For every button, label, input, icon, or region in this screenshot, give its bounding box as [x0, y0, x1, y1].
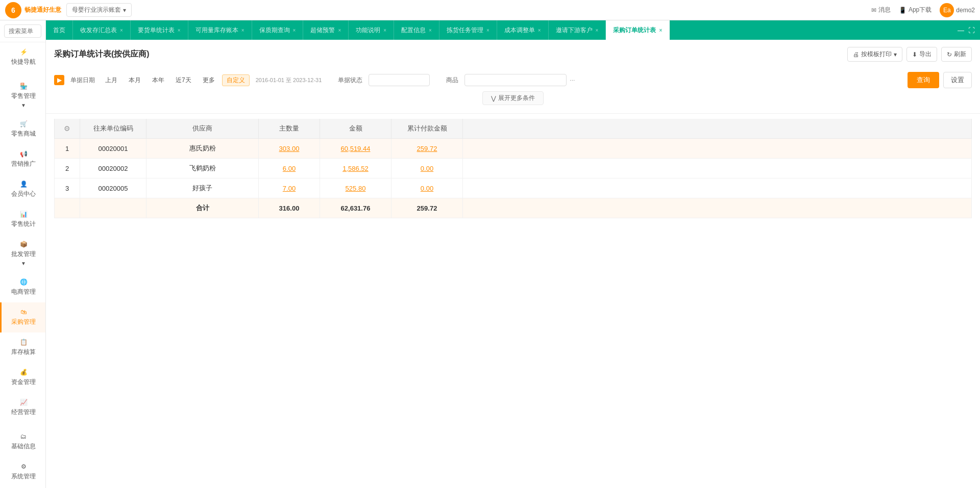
- status-select[interactable]: [369, 74, 430, 86]
- row-amount: 1,586.52: [320, 159, 391, 178]
- query-button[interactable]: 查询: [908, 72, 939, 88]
- download-icon: 📱: [899, 7, 906, 14]
- wholesale-icon: 📦: [20, 241, 28, 248]
- close-icon[interactable]: ×: [486, 28, 489, 33]
- table-container: ⚙ 往来单位编码 供应商 主数量 金额 累计付款金额: [46, 119, 980, 226]
- footer-empty-2: [80, 198, 146, 218]
- row-qty: 303.00: [259, 139, 320, 159]
- tab-home[interactable]: 首页: [46, 20, 73, 40]
- footer-paid: 259.72: [391, 198, 463, 218]
- minimize-icon[interactable]: —: [958, 27, 964, 34]
- paid-link[interactable]: 259.72: [417, 145, 437, 152]
- sidebar-item-retail-mall[interactable]: 🛒 零售商城: [0, 114, 45, 144]
- amount-link[interactable]: 60,519.44: [341, 145, 371, 152]
- footer-row: 合计 316.00 62,631.76 259.72: [55, 198, 972, 218]
- tab-shelf-life[interactable]: 保质期查询 ×: [252, 20, 304, 40]
- sidebar-item-retail-stats[interactable]: 📊 零售统计: [0, 204, 45, 235]
- filter-expand-icon[interactable]: ▶: [54, 75, 64, 85]
- close-icon[interactable]: ×: [383, 28, 386, 33]
- page-actions: 🖨 按模板打印 ▾ ⬇ 导出 ↻ 刷新: [847, 47, 972, 62]
- paid-link[interactable]: 0.00: [421, 165, 433, 172]
- goods-more-icon[interactable]: ···: [570, 76, 575, 84]
- table-settings-icon[interactable]: ⚙: [64, 124, 70, 133]
- row-code: 00020002: [80, 159, 146, 178]
- close-icon[interactable]: ×: [538, 28, 541, 33]
- close-icon[interactable]: ×: [596, 28, 599, 33]
- app-download-button[interactable]: 📱 App下载: [899, 6, 932, 14]
- expand-row: ⋁ 展开更多条件: [54, 88, 972, 108]
- message-button[interactable]: ✉ 消息: [871, 6, 891, 14]
- filter-status: [369, 74, 430, 86]
- ecommerce-icon: 🌐: [20, 278, 28, 286]
- shortcut-last-month[interactable]: 上月: [101, 75, 121, 86]
- refresh-button[interactable]: ↻ 刷新: [941, 47, 972, 62]
- qty-link[interactable]: 6.00: [283, 165, 296, 172]
- col-qty-header: 主数量: [259, 119, 320, 139]
- tab-cost-adjust[interactable]: 成本调整单 ×: [497, 20, 549, 40]
- close-icon[interactable]: ×: [338, 28, 341, 33]
- row-paid: 0.00: [391, 178, 463, 198]
- sidebar-item-operation[interactable]: 📈 经营管理: [0, 393, 45, 423]
- marketing-icon: 📢: [20, 150, 28, 158]
- operation-icon: 📈: [20, 399, 28, 406]
- table-head: ⚙ 往来单位编码 供应商 主数量 金额 累计付款金额: [55, 119, 972, 139]
- shortcut-more[interactable]: 更多: [199, 75, 219, 86]
- goods-input[interactable]: [464, 74, 567, 86]
- tab-purchase-order-stats[interactable]: 采购订单统计表 ×: [606, 20, 670, 40]
- logo-icon: 6: [5, 2, 21, 18]
- maximize-icon[interactable]: ⛶: [968, 27, 975, 34]
- table-row: 3 00020005 好孩子 7.00 525.80 0.00: [55, 178, 972, 198]
- row-amount: 60,519.44: [320, 139, 391, 159]
- expand-more-button[interactable]: ⋁ 展开更多条件: [482, 91, 544, 105]
- close-icon[interactable]: ×: [178, 28, 181, 33]
- qty-link[interactable]: 303.00: [279, 145, 300, 152]
- close-icon[interactable]: ×: [120, 28, 123, 33]
- shortcut-this-year[interactable]: 本年: [148, 75, 168, 86]
- purchase-icon: 🛍: [20, 309, 27, 316]
- sidebar-item-quick-nav[interactable]: ⚡ 快捷导航: [0, 42, 45, 72]
- print-button[interactable]: 🖨 按模板打印 ▾: [847, 47, 902, 62]
- tab-order-stats[interactable]: 要货单统计表 ×: [131, 20, 188, 40]
- paid-link[interactable]: 0.00: [421, 185, 433, 192]
- sidebar-item-ecommerce[interactable]: 🌐 电商管理: [0, 272, 45, 302]
- mall-icon: 🛒: [20, 120, 28, 127]
- amount-link[interactable]: 1,586.52: [342, 165, 369, 172]
- qty-link[interactable]: 7.00: [283, 185, 296, 192]
- export-button[interactable]: ⬇ 导出: [906, 47, 937, 62]
- sidebar-item-retail-mgmt[interactable]: 🏪 零售管理 ▼: [0, 76, 45, 114]
- close-icon[interactable]: ×: [293, 28, 296, 33]
- sidebar-item-marketing[interactable]: 📢 营销推广: [0, 144, 45, 174]
- search-input[interactable]: [4, 24, 41, 38]
- shortcut-custom[interactable]: 自定义: [222, 74, 250, 86]
- tab-config[interactable]: 配置信息 ×: [394, 20, 439, 40]
- close-icon[interactable]: ×: [659, 28, 662, 33]
- sidebar-item-basic-info[interactable]: 🗂 基础信息: [0, 427, 45, 457]
- sidebar-item-system[interactable]: ⚙ 系统管理: [0, 457, 45, 487]
- sidebar-item-inventory[interactable]: 📋 库存核算: [0, 332, 45, 363]
- store-selector[interactable]: 母婴行业演示账套 ▾: [66, 3, 132, 17]
- data-table: ⚙ 往来单位编码 供应商 主数量 金额 累计付款金额: [54, 119, 972, 218]
- sidebar-item-wholesale[interactable]: 📦 批发管理 ▼: [0, 235, 45, 272]
- row-code: 00020001: [80, 139, 146, 159]
- footer-empty-1: [55, 198, 80, 218]
- page-title: 采购订单统计表(按供应商): [54, 49, 150, 60]
- tab-overstock[interactable]: 超储预警 ×: [303, 20, 349, 40]
- tab-receipt-summary[interactable]: 收发存汇总表 ×: [73, 20, 131, 40]
- user-area[interactable]: Ea demo2: [940, 3, 975, 17]
- sidebar-item-purchase[interactable]: 🛍 采购管理: [0, 302, 45, 332]
- tab-pick-task[interactable]: 拣货任务管理 ×: [439, 20, 497, 40]
- amount-link[interactable]: 525.80: [346, 185, 366, 192]
- sidebar-item-finance[interactable]: 💰 资金管理: [0, 363, 45, 393]
- close-icon[interactable]: ×: [241, 28, 244, 33]
- footer-qty: 316.00: [259, 198, 320, 218]
- settings-button[interactable]: 设置: [943, 72, 972, 88]
- tab-invite-customer[interactable]: 邀请下游客户 ×: [549, 20, 606, 40]
- shortcut-this-month[interactable]: 本月: [125, 75, 145, 86]
- shortcut-7days[interactable]: 近7天: [172, 75, 195, 86]
- refresh-icon: ↻: [947, 51, 952, 58]
- tab-function-desc[interactable]: 功能说明 ×: [349, 20, 394, 40]
- close-icon[interactable]: ×: [429, 28, 432, 33]
- sidebar-item-member[interactable]: 👤 会员中心: [0, 174, 45, 204]
- filter-toggle: ▶: [54, 75, 64, 85]
- tab-stock-book[interactable]: 可用量库存账本 ×: [188, 20, 252, 40]
